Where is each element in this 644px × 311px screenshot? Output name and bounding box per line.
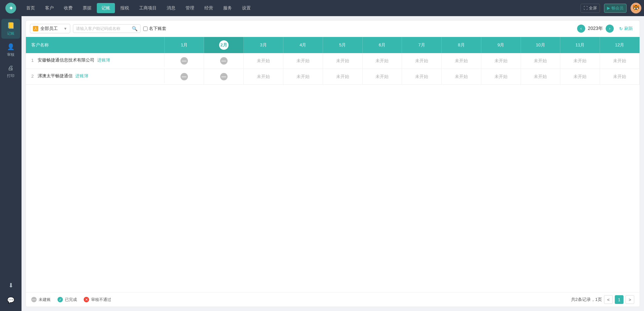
year-next-button[interactable]: ›: [606, 25, 614, 33]
sidebar-item-audit-label: 审核: [7, 52, 14, 57]
month-2-circle: 2月: [219, 40, 229, 50]
sidebar-item-support[interactable]: 💬: [1, 294, 20, 307]
status-not-started-text: 未开始: [415, 58, 428, 63]
status-not-started-text: 未开始: [494, 58, 508, 63]
cell-month-8: 未开始: [442, 53, 481, 69]
enter-account-link[interactable]: 进账簿: [97, 57, 110, 63]
table-header-row: 客户名称 1月 2月 3月 4月 5月 6月 7月 8月 9月 10月 11月: [26, 37, 640, 53]
top-nav: ✦ 首页 客户 收费 票据 记账 报税 工商项目 消息 管理 经营 服务 设置 …: [0, 0, 644, 16]
header-month-8: 8月: [442, 37, 481, 53]
status-not-started-text: 未开始: [613, 58, 626, 63]
status-not-started-text: 未开始: [494, 74, 508, 79]
vip-icon: ▶: [607, 6, 610, 10]
my-accounts-label: 名下账套: [149, 26, 166, 32]
cell-month-11: 未开始: [560, 69, 600, 85]
total-records: 共2条记录，1页: [571, 297, 602, 303]
refresh-button[interactable]: ↻ 刷新: [616, 24, 636, 33]
search-box: 🔍: [73, 24, 140, 33]
nav-items: 首页 客户 收费 票据 记账 报税 工商项目 消息 管理 经营 服务 设置: [22, 3, 580, 13]
chevron-down-icon: ▼: [64, 27, 67, 31]
cell-month-5: 未开始: [323, 69, 362, 85]
status-not-started-text: 未开始: [296, 58, 310, 63]
nav-item-message[interactable]: 消息: [162, 3, 180, 13]
sidebar-item-print-label: 打印: [7, 73, 14, 78]
status-not-started-text: 未开始: [573, 58, 587, 63]
search-input[interactable]: [76, 26, 130, 31]
legend-rejected-label: 审核不通过: [91, 297, 111, 303]
main-layout: 📒 记账 👤 审核 🖨 打印 ⬇ 💬 人 全部员工: [0, 16, 644, 311]
nav-item-service[interactable]: 服务: [218, 3, 237, 13]
header-client-name: 客户名称: [26, 37, 164, 53]
sidebar-item-audit[interactable]: 👤 审核: [1, 40, 20, 60]
bookkeeping-icon: 📒: [7, 22, 15, 30]
nav-item-home[interactable]: 首页: [22, 3, 40, 13]
search-button[interactable]: 🔍: [132, 26, 137, 31]
cell-month-5: 未开始: [323, 53, 362, 69]
cell-month-6: 未开始: [362, 69, 402, 85]
page-1-button[interactable]: 1: [615, 295, 623, 304]
main-table: 客户名称 1月 2月 3月 4月 5月 6月 7月 8月 9月 10月 11月: [26, 37, 640, 85]
cell-month-4: 未开始: [283, 53, 323, 69]
print-icon: 🖨: [7, 64, 15, 72]
status-not-started-text: 未开始: [455, 58, 468, 63]
my-accounts-checkbox-label[interactable]: 名下账套: [143, 26, 166, 32]
fullscreen-button[interactable]: ⛶ 全屏: [580, 4, 600, 13]
cell-client-name: 2漯澳太平畅捷通信进账簿: [26, 69, 164, 83]
header-month-1: 1月: [164, 37, 204, 53]
cell-month-3: 未开始: [244, 53, 283, 69]
status-dash-icon: —: [180, 57, 188, 65]
status-not-started-text: 未开始: [534, 58, 547, 63]
table-body: 1安徽畅捷通信息技术有限公司进账簿——未开始未开始未开始未开始未开始未开始未开始…: [26, 53, 640, 85]
client-name-text: 漯澳太平畅捷通信: [38, 73, 73, 79]
refresh-label: 刷新: [624, 26, 633, 32]
nav-item-bookkeeping[interactable]: 记账: [97, 3, 115, 13]
app-logo: ✦: [3, 3, 19, 13]
cell-month-7: 未开始: [402, 69, 442, 85]
sidebar: 📒 记账 👤 审核 🖨 打印 ⬇ 💬: [0, 16, 22, 311]
cell-month-12: 未开始: [600, 53, 640, 69]
table-wrapper: 客户名称 1月 2月 3月 4月 5月 6月 7月 8月 9月 10月 11月: [26, 37, 640, 292]
cell-month-4: 未开始: [283, 69, 323, 85]
my-accounts-checkbox[interactable]: [143, 27, 148, 31]
fullscreen-label: 全屏: [589, 5, 597, 11]
status-dash-icon: —: [220, 73, 228, 80]
footer: — 未建账 ✓ 已完成 ✕ 审核不通过 共2条记录，1页 < 1 >: [26, 292, 640, 307]
status-not-started-text: 未开始: [296, 74, 310, 79]
nav-item-fee[interactable]: 收费: [59, 3, 77, 13]
sidebar-item-bookkeeping[interactable]: 📒 记账: [1, 19, 20, 39]
status-not-started-text: 未开始: [257, 74, 270, 79]
header-month-9: 9月: [481, 37, 521, 53]
sidebar-item-bookkeeping-label: 记账: [7, 31, 14, 36]
nav-item-settings[interactable]: 设置: [237, 3, 255, 13]
status-not-started-text: 未开始: [534, 74, 547, 79]
legend-completed: ✓ 已完成: [57, 297, 77, 303]
vip-label: 畅会员: [611, 5, 623, 11]
nav-item-tax[interactable]: 报税: [116, 3, 134, 13]
year-display: 2023年: [588, 26, 603, 32]
sidebar-item-print[interactable]: 🖨 打印: [1, 61, 20, 81]
cell-month-2: —: [204, 69, 244, 85]
status-dash-icon: —: [180, 73, 188, 80]
employee-select[interactable]: 人 全部员工 ▼: [30, 24, 70, 33]
vip-button[interactable]: ▶ 畅会员: [604, 4, 627, 13]
page-next-button[interactable]: >: [626, 295, 634, 304]
year-prev-button[interactable]: ‹: [577, 25, 585, 33]
employee-select-label: 全部员工: [40, 26, 58, 32]
header-month-2: 2月: [204, 37, 244, 53]
header-month-4: 4月: [283, 37, 323, 53]
avatar[interactable]: 🐯: [631, 3, 641, 13]
enter-account-link[interactable]: 进账簿: [75, 73, 88, 79]
nav-item-operation[interactable]: 经营: [200, 3, 218, 13]
employee-icon: 人: [33, 26, 38, 31]
nav-item-business[interactable]: 工商项目: [134, 3, 161, 13]
sidebar-bottom: ⬇ 💬: [1, 279, 20, 311]
nav-item-manage[interactable]: 管理: [181, 3, 199, 13]
sidebar-item-download[interactable]: ⬇: [1, 279, 20, 292]
nav-item-invoice[interactable]: 票据: [78, 3, 96, 13]
legend-red-icon: ✕: [84, 297, 89, 302]
legend-teal-icon: ✓: [57, 297, 63, 302]
nav-right: ⛶ 全屏 ▶ 畅会员 🐯: [580, 3, 641, 13]
page-prev-button[interactable]: <: [604, 295, 613, 304]
nav-item-client[interactable]: 客户: [40, 3, 58, 13]
legend-gray-icon: —: [31, 297, 37, 302]
